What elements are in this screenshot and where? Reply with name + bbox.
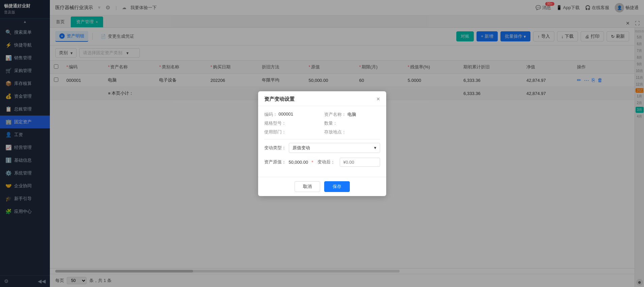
modal-change-type-select[interactable]: 原值变动 ▾	[289, 143, 380, 153]
modal-cancel-btn[interactable]: 取消	[295, 181, 320, 192]
modal-asset-change: 资产变动设置 × 编码： 000001 资产名称： 电脑 规格型号： 数量：	[258, 91, 386, 196]
modal-body: 编码： 000001 资产名称： 电脑 规格型号： 数量： 使用部门：	[258, 106, 386, 177]
modal-change-type-value: 原值变动	[293, 145, 310, 151]
modal-header: 资产变动设置 ×	[258, 91, 386, 106]
modal-save-btn[interactable]: 保存	[324, 181, 350, 192]
modal-change-type-row: 变动类型： 原值变动 ▾	[264, 143, 380, 153]
modal-close-icon[interactable]: ×	[376, 96, 380, 102]
modal-department-label: 使用部门：	[264, 129, 286, 135]
modal-original-value-row: 资产原值： 50,000.00 * 变动后：	[264, 158, 380, 167]
modal-change-type-label: 变动类型：	[264, 145, 286, 151]
modal-name-value: 电脑	[347, 111, 356, 118]
modal-overlay: 资产变动设置 × 编码： 000001 资产名称： 电脑 规格型号： 数量：	[0, 0, 644, 287]
modal-code-value: 000001	[279, 111, 293, 118]
modal-spec-row: 规格型号：	[264, 120, 320, 126]
modal-original-value: 50,000.00	[289, 160, 309, 165]
modal-info-grid: 编码： 000001 资产名称： 电脑 规格型号： 数量： 使用部门：	[264, 111, 380, 135]
modal-divider	[264, 139, 380, 139]
modal-location-row: 存放地点：	[324, 129, 380, 135]
modal-footer: 取消 保存	[258, 177, 386, 196]
modal-quantity-label: 数量：	[324, 120, 337, 126]
modal-spec-label: 规格型号：	[264, 120, 286, 126]
modal-location-label: 存放地点：	[324, 129, 346, 135]
modal-change-type-arrow: ▾	[374, 145, 376, 150]
modal-after-label: 变动后：	[317, 159, 335, 165]
modal-name-row: 资产名称： 电脑	[324, 111, 380, 118]
modal-name-label: 资产名称：	[324, 111, 346, 118]
modal-title: 资产变动设置	[264, 96, 295, 102]
modal-department-row: 使用部门：	[264, 129, 320, 135]
modal-code-row: 编码： 000001	[264, 111, 320, 118]
modal-quantity-row: 数量：	[324, 120, 380, 126]
modal-original-value-label: 资产原值：	[264, 159, 286, 165]
modal-code-label: 编码：	[264, 111, 277, 118]
modal-after-required: *	[311, 160, 313, 165]
modal-after-change-input[interactable]	[340, 158, 380, 167]
